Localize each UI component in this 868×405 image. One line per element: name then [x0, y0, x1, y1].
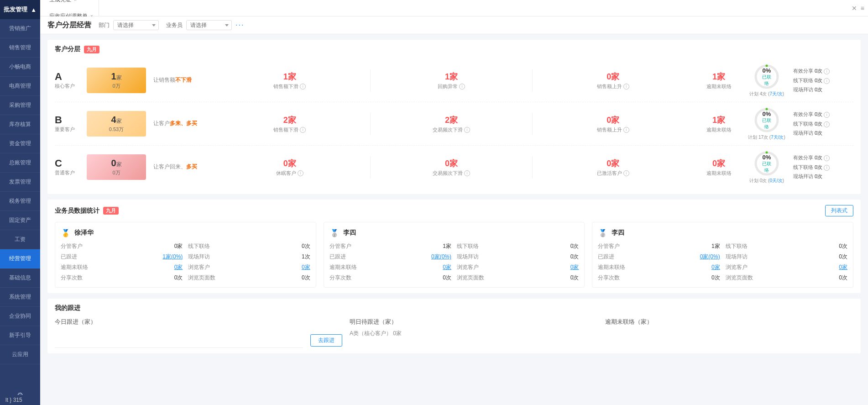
tab-close-icon[interactable]: × [74, 0, 77, 2]
staff-filter-select[interactable]: 请选择 [186, 20, 232, 30]
sidebar-item-云应用[interactable]: 云应用 [0, 345, 40, 364]
sidebar-item-营销推广[interactable]: 营销推广 [0, 19, 40, 38]
followup-today-content [55, 330, 303, 348]
sidebar-item-总账管理[interactable]: 总账管理 [0, 153, 40, 173]
right-stat-2-1: 线下联络 0次 i [793, 163, 853, 172]
tier-label-B: B重要客户 [55, 115, 87, 133]
sidebar-item-固定资产[interactable]: 固定资产 [0, 211, 40, 230]
biz-stat-val-1-5[interactable]: 0家 [570, 263, 579, 271]
tier-row-C: C普通客户 0家 0万 让客户回来、多买0家 休眠客户 i0家 交易频次下滑 i… [55, 146, 853, 189]
goto-followup-button[interactable]: 去跟进 [310, 334, 342, 347]
biz-stat-row-2-3: 现场拜访 0次 [726, 253, 847, 261]
biz-stat-val-1-1: 0次 [570, 242, 579, 250]
biz-stat-val-0-4[interactable]: 0家 [174, 263, 183, 271]
biz-stat-val-2-6: 0次 [711, 274, 720, 282]
biz-stat-val-0-0: 0家 [174, 242, 183, 250]
tier-label-C: C普通客户 [55, 158, 87, 176]
sidebar-item-发票管理[interactable]: 发票管理 [0, 173, 40, 192]
followup-overdue-col: 逾期未联络（家） [605, 318, 853, 330]
sidebar: 批发管理 ▲ 营销推广销售管理小畅电商电商管理采购管理库存核算资金管理总账管理发… [0, 0, 40, 405]
sidebar-items-container: 营销推广销售管理小畅电商电商管理采购管理库存核算资金管理总账管理发票管理税务管理… [0, 19, 40, 364]
staff-filter-group: 业务员 请选择 ··· [166, 20, 244, 30]
sidebar-item-销售管理[interactable]: 销售管理 [0, 38, 40, 58]
sidebar-item-税务管理[interactable]: 税务管理 [0, 192, 40, 211]
metric-item-1-1: 2家 交易频次下滑 i [371, 113, 532, 135]
biz-stat-row-1-6: 分享次数 0次 [329, 274, 451, 282]
customer-tiers-section: 客户分层 九月 A核心客户 1家 0万 让销售额不下滑1家 销售额下滑 i1家 … [47, 40, 861, 194]
tier-label-A: A核心客户 [55, 72, 87, 89]
filter-more-icon[interactable]: ··· [235, 21, 244, 29]
sidebar-item-企业协同[interactable]: 企业协同 [0, 307, 40, 326]
sidebar-item-基础信息[interactable]: 基础信息 [0, 268, 40, 288]
biz-stats-title: 业务员数据统计 九月 [55, 207, 119, 215]
sidebar-toggle-icon[interactable]: ▲ [31, 6, 37, 13]
biz-stat-row-1-2: 已跟进 0家(0%) [329, 253, 451, 261]
tab-action-close[interactable]: ✕ [852, 5, 857, 12]
tier-count-A: 1家 0万 [87, 68, 146, 93]
biz-stats-header: 业务员数据统计 九月 列表式 [55, 205, 853, 216]
biz-stat-row-2-2: 已跟进 0家(0%) [598, 253, 720, 261]
biz-stat-val-2-5[interactable]: 0家 [839, 263, 847, 271]
biz-stat-val-2-0: 1家 [711, 242, 720, 250]
medal-icon-1: 🥈 [329, 228, 340, 238]
right-stat-0-2: 现场拜访 0次 [793, 85, 853, 95]
biz-month-badge: 九月 [103, 207, 119, 215]
tier-circle-B: 0% 已联络 计划 17次 (7天/次) [744, 107, 790, 141]
biz-stat-row-1-0: 分管客户 1家 [329, 242, 451, 250]
biz-stat-row-2-4: 逾期未联络 0家 [598, 263, 720, 271]
biz-stat-val-0-3: 1次 [302, 253, 310, 261]
biz-stat-val-2-1: 0次 [839, 242, 847, 250]
right-stat-2-2: 现场拜访 0次 [793, 172, 853, 181]
biz-stat-val-2-7: 0次 [839, 274, 847, 282]
biz-stat-row-0-5: 浏览客户 0家 [188, 263, 310, 271]
sidebar-item-库存核算[interactable]: 库存核算 [0, 115, 40, 134]
right-stat-1-0: 有效分享 0次 i [793, 110, 853, 119]
tab-生成凭证[interactable]: 生成凭证× [44, 0, 99, 8]
tier-desc-B: 让客户多来、多买 [150, 119, 209, 128]
sidebar-item-工资[interactable]: 工资 [0, 230, 40, 249]
biz-stat-val-0-2[interactable]: 1家(0%) [162, 253, 183, 261]
sidebar-item-经营管理[interactable]: 经营管理 [0, 249, 40, 268]
biz-person-name-1: 李四 [343, 229, 356, 237]
list-view-button[interactable]: 列表式 [825, 205, 853, 216]
sidebar-header[interactable]: 批发管理 ▲ [0, 0, 40, 19]
biz-stat-val-0-6: 0次 [174, 274, 183, 282]
sidebar-item-电商管理[interactable]: 电商管理 [0, 77, 40, 96]
sidebar-item-系统管理[interactable]: 系统管理 [0, 288, 40, 307]
biz-stat-val-1-3: 0次 [570, 253, 579, 261]
biz-stat-val-1-2[interactable]: 0家(0%) [431, 253, 451, 261]
dept-filter-label: 部门 [99, 21, 110, 29]
biz-stat-val-1-4[interactable]: 0家 [443, 263, 451, 271]
tab-bar: 首页门店商品目录×销售单×店铺管理×生成凭证×应收应付调整单×工资表×工资统计报… [40, 0, 868, 16]
tier-desc-A: 让销售额不下滑 [150, 76, 209, 84]
followup-grid: 今日跟进（家） 去跟进 明日待跟进（家） A类（核心客户） 0家 逾期未联络（家… [55, 318, 853, 348]
sidebar-item-采购管理[interactable]: 采购管理 [0, 96, 40, 115]
biz-stat-row-0-6: 分享次数 0次 [61, 274, 183, 282]
tier-contact-C: 0家 逾期未联络 [694, 158, 744, 177]
biz-stat-row-1-7: 浏览页面数 0次 [457, 274, 579, 282]
biz-stat-val-0-7: 0次 [302, 274, 310, 282]
tab-action-menu[interactable]: ≡ [861, 5, 864, 12]
right-stat-0-0: 有效分享 0次 i [793, 66, 853, 76]
biz-card-header-2: 🥈 李四 [598, 228, 847, 238]
right-stat-1-2: 现场拜访 0次 [793, 128, 853, 138]
metric-item-0-2: 0家 销售额上升 i [533, 69, 694, 92]
sidebar-item-资金管理[interactable]: 资金管理 [0, 134, 40, 153]
biz-stat-row-1-3: 现场拜访 0次 [457, 253, 579, 261]
biz-stat-val-0-5[interactable]: 0家 [302, 263, 310, 271]
tab-bar-actions: ✕ ≡ [852, 5, 864, 12]
dept-filter-select[interactable]: 请选择 [113, 20, 159, 30]
sidebar-item-新手引导[interactable]: 新手引导 [0, 326, 40, 345]
medal-icon-0: 🥇 [61, 228, 71, 238]
tier-count-B: 4家 0.53万 [87, 111, 146, 137]
biz-stat-val-2-2[interactable]: 0家(0%) [700, 253, 720, 261]
biz-stat-row-2-0: 分管客户 1家 [598, 242, 720, 250]
sidebar-item-小畅电商[interactable]: 小畅电商 [0, 58, 40, 77]
metric-item-0-0: 1家 销售额下滑 i [209, 69, 371, 92]
tier-desc-C: 让客户回来、多买 [150, 163, 209, 171]
followup-tomorrow-col: 明日待跟进（家） A类（核心客户） 0家 [350, 318, 598, 337]
tier-right-stats-C: 有效分享 0次 i线下联络 0次 i现场拜访 0次 [790, 153, 853, 182]
right-stat-2-0: 有效分享 0次 i [793, 153, 853, 163]
biz-stat-val-2-4[interactable]: 0家 [711, 263, 720, 271]
bottom-hint: lt } 315 [0, 395, 28, 405]
